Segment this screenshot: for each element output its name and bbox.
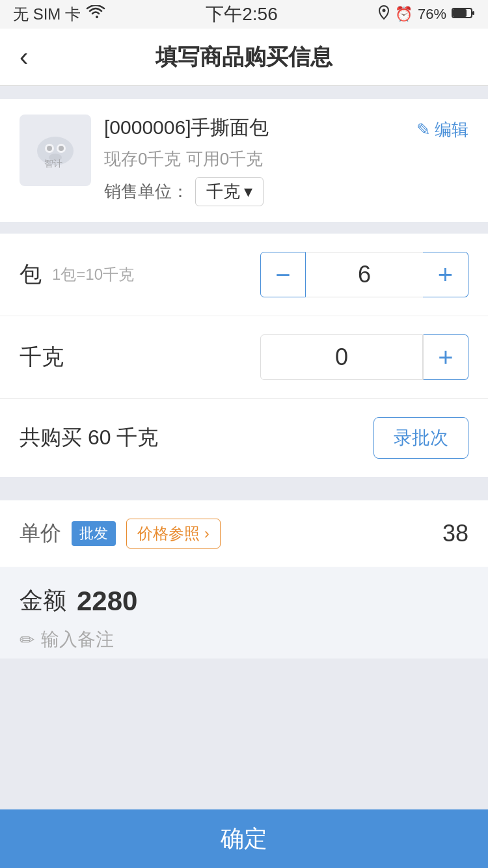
- note-placeholder: 输入备注: [41, 627, 114, 652]
- back-button[interactable]: ‹: [20, 42, 28, 72]
- summary-row: 共购买 60 千克 录批次: [0, 399, 488, 477]
- confirm-bar[interactable]: 确定: [0, 809, 488, 868]
- status-left: 无 SIM 卡: [13, 4, 105, 25]
- svg-rect-2: [453, 9, 467, 17]
- unit-selector[interactable]: 千克 ▾: [195, 177, 264, 206]
- bao-label: 包 1包=10千克: [20, 260, 260, 290]
- svg-rect-3: [472, 11, 474, 15]
- section-separator-1: [0, 222, 488, 234]
- page-title: 填写商品购买信息: [156, 42, 332, 72]
- product-stock: 现存0千克 可用0千克: [104, 148, 468, 170]
- edit-icon: ✎: [416, 120, 431, 140]
- battery-text: 76%: [418, 6, 446, 23]
- bao-sublabel: 1包=10千克: [52, 264, 134, 285]
- edit-button[interactable]: ✎ 编辑: [416, 118, 468, 141]
- summary-text: 共购买 60 千克: [20, 424, 158, 452]
- location-icon: [378, 5, 390, 23]
- confirm-button[interactable]: 确定: [221, 823, 267, 855]
- status-bar: 无 SIM 卡 下午2:56 ⏰ 76%: [0, 0, 488, 29]
- input-section: 包 1包=10千克 − + 千克 +: [0, 234, 488, 399]
- record-batch-button[interactable]: 录批次: [373, 417, 468, 459]
- price-section: 单价 批发 价格参照 › 38: [0, 500, 488, 567]
- pencil-icon: ✏: [20, 629, 34, 651]
- bao-minus-button[interactable]: −: [260, 252, 306, 297]
- status-right: ⏰ 76%: [378, 5, 475, 23]
- amount-row: 金额 2280: [20, 585, 468, 617]
- qianke-label-text: 千克: [20, 342, 64, 372]
- sim-text: 无 SIM 卡: [13, 4, 81, 25]
- unit-label: 销售单位：: [104, 180, 189, 203]
- section-separator-2: [0, 477, 488, 489]
- svg-point-8: [59, 146, 64, 151]
- nav-bar: ‹ 填写商品购买信息: [0, 29, 488, 86]
- wifi-icon: [86, 5, 105, 23]
- qianke-controls: +: [260, 334, 468, 380]
- amount-section: 金额 2280 ✏ 输入备注: [0, 567, 488, 658]
- price-reference-button[interactable]: 价格参照 ›: [126, 519, 221, 549]
- price-type-badge: 批发: [72, 521, 116, 546]
- status-time: 下午2:56: [206, 2, 278, 27]
- product-unit-row: 销售单位： 千克 ▾: [104, 177, 468, 206]
- svg-text:智计: 智计: [44, 158, 62, 169]
- svg-point-0: [382, 9, 385, 12]
- chevron-down-icon: ▾: [244, 182, 252, 202]
- bao-plus-button[interactable]: +: [423, 252, 468, 297]
- bao-label-text: 包: [20, 260, 42, 290]
- alarm-icon: ⏰: [395, 6, 413, 23]
- price-label: 单价: [20, 519, 61, 548]
- unit-value: 千克: [206, 180, 240, 203]
- amount-label: 金额: [20, 585, 66, 617]
- qianke-plus-button[interactable]: +: [423, 334, 468, 380]
- product-name: [0000006]手撕面包: [104, 115, 468, 141]
- price-value: 38: [442, 520, 468, 547]
- qianke-input[interactable]: [260, 334, 423, 380]
- edit-label: 编辑: [435, 118, 468, 141]
- svg-point-7: [47, 146, 52, 151]
- qianke-label: 千克: [20, 342, 260, 372]
- qianke-input-row: 千克 +: [0, 316, 488, 399]
- product-thumbnail: 智计: [20, 115, 91, 186]
- amount-value: 2280: [77, 586, 137, 617]
- bao-input-row: 包 1包=10千克 − +: [0, 234, 488, 316]
- note-row[interactable]: ✏ 输入备注: [20, 627, 468, 652]
- bao-input[interactable]: [306, 252, 423, 297]
- product-card: 智计 [0000006]手撕面包 现存0千克 可用0千克 销售单位： 千克 ▾ …: [0, 99, 488, 222]
- bao-controls: − +: [260, 252, 468, 297]
- product-info: [0000006]手撕面包 现存0千克 可用0千克 销售单位： 千克 ▾: [104, 115, 468, 206]
- battery-icon: [452, 6, 475, 23]
